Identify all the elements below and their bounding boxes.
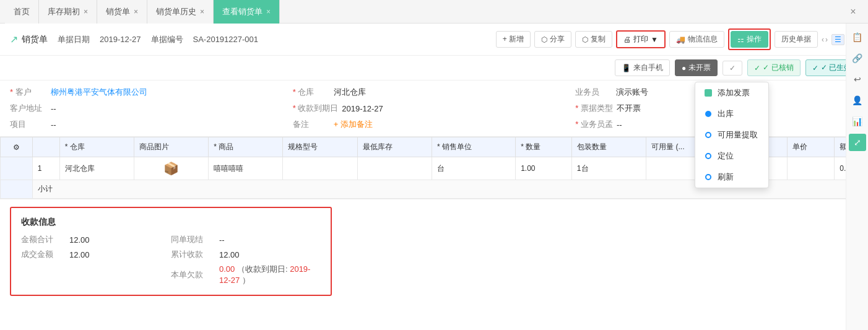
share-icon: ⬡ bbox=[541, 35, 547, 44]
toolbar-right: + 新增 ⬡ 分享 ⬡ 复制 🖨 打印 ▼ 🚚 物流信息 ⚏ 操作 bbox=[496, 28, 858, 50]
customer-label: 客户 bbox=[10, 87, 47, 98]
sidebar-icon-back[interactable]: ↩ bbox=[849, 71, 866, 88]
same-order-label: 同单现结 bbox=[171, 234, 214, 245]
verified-icon: ✓ bbox=[754, 64, 760, 72]
tab-sales-order[interactable]: 销货单 × bbox=[97, 0, 147, 24]
arrears-value: 0.00 （收款到期日: 2019-12-27 ） bbox=[219, 264, 321, 286]
dropdown-add-invoice[interactable]: 添加发票 bbox=[695, 82, 768, 103]
operations-dropdown: 添加发票 出库 可用量提取 定位 刷新 bbox=[695, 82, 769, 188]
sidebar-icon-chart[interactable]: 📊 bbox=[849, 113, 866, 130]
date-label: 单据日期 bbox=[58, 34, 90, 45]
next-arrow[interactable]: › bbox=[825, 35, 828, 44]
confirm-button[interactable]: ✓ bbox=[723, 61, 742, 76]
transaction-label: 成交金额 bbox=[21, 249, 64, 260]
ticket-label: 票据类型 bbox=[575, 103, 613, 114]
cumulative-value: 12.00 bbox=[219, 250, 240, 259]
dropdown-refresh[interactable]: 刷新 bbox=[695, 167, 768, 188]
staff-label: 业务员 bbox=[575, 87, 612, 98]
col-num bbox=[32, 137, 59, 157]
history-button[interactable]: 历史单据 bbox=[775, 31, 818, 48]
payment-date-label: 收款到期日 bbox=[293, 103, 339, 114]
dropdown-qty-extract[interactable]: 可用量提取 bbox=[695, 124, 768, 145]
address-value: -- bbox=[51, 104, 56, 113]
dropdown-outbound[interactable]: 出库 bbox=[695, 103, 768, 124]
note-row: 备注 + 添加备注 bbox=[293, 119, 576, 130]
same-order-row: 同单现结 -- bbox=[171, 234, 321, 245]
row-gear[interactable] bbox=[1, 157, 33, 180]
doc-type-icon: ↗ bbox=[10, 33, 18, 45]
effective-icon: ✓ bbox=[812, 64, 818, 72]
sidebar-icon-user[interactable]: 👤 bbox=[849, 92, 866, 109]
confirm-icon: ✓ bbox=[729, 64, 736, 72]
verified-button[interactable]: ✓ ✓ 已核销 bbox=[747, 59, 800, 76]
project-row: 项目 -- bbox=[10, 119, 293, 130]
tab-home[interactable]: 首页 bbox=[5, 0, 39, 24]
arrears-row: 本单欠款 0.00 （收款到期日: 2019-12-27 ） bbox=[171, 264, 321, 286]
new-button[interactable]: + 新增 bbox=[496, 31, 531, 48]
print-button[interactable]: 🖨 打印 ▼ bbox=[616, 30, 666, 48]
dropdown-locate[interactable]: 定位 bbox=[695, 145, 768, 167]
copy-button[interactable]: ⬡ 复制 bbox=[575, 31, 612, 48]
operations-button[interactable]: ⚏ 操作 bbox=[731, 31, 768, 48]
refresh-icon bbox=[705, 174, 711, 180]
col-spec: 规格型号 bbox=[283, 137, 357, 157]
tab-close-inventory[interactable]: × bbox=[84, 7, 88, 16]
row-unit-price bbox=[788, 157, 835, 180]
sidebar-icon-expand[interactable]: ⤢ bbox=[849, 134, 866, 151]
not-open-button[interactable]: ● 未开票 bbox=[675, 59, 718, 76]
customer-value[interactable]: 柳州粤港平安气体有限公司 bbox=[51, 87, 147, 98]
sidebar-icon-link[interactable]: 🔗 bbox=[849, 50, 866, 67]
number-label: 单据编号 bbox=[151, 34, 183, 45]
col-gear[interactable]: ⚙ bbox=[1, 137, 33, 157]
col-product-img: 商品图片 bbox=[134, 137, 208, 157]
logistics-button[interactable]: 🚚 物流信息 bbox=[669, 31, 724, 48]
total-value: 12.00 bbox=[69, 235, 90, 245]
share-button[interactable]: ⬡ 分享 bbox=[534, 31, 571, 48]
copy-icon: ⬡ bbox=[582, 35, 588, 44]
document-meta: 单据日期 2019-12-27 单据编号 SA-20191227-001 bbox=[58, 34, 258, 45]
document-title: ↗ 销货单 bbox=[10, 33, 48, 45]
prev-arrow[interactable]: ‹ bbox=[822, 35, 824, 44]
row-sales-unit: 台 bbox=[432, 157, 516, 180]
note-label: 备注 bbox=[293, 119, 330, 130]
logistics-icon: 🚚 bbox=[676, 35, 685, 44]
row-warehouse: 河北仓库 bbox=[59, 157, 134, 180]
tab-sales-history[interactable]: 销货单历史 × bbox=[147, 0, 214, 24]
tab-inventory-init[interactable]: 库存期初 × bbox=[39, 0, 97, 24]
ticket-value: 不开票 bbox=[617, 103, 641, 114]
col-unit-price: 单价 bbox=[788, 137, 835, 157]
transaction-value: 12.00 bbox=[69, 250, 90, 259]
payment-grid: 金额合计 12.00 同单现结 -- 成交金额 12.00 累计收款 12.00… bbox=[21, 234, 321, 286]
tab-view-sales[interactable]: 查看销货单 × bbox=[214, 0, 280, 24]
document-header: ↗ 销货单 单据日期 2019-12-27 单据编号 SA-20191227-0… bbox=[0, 24, 868, 56]
add-invoice-icon bbox=[705, 89, 712, 97]
project-label: 项目 bbox=[10, 119, 47, 130]
note-add-button[interactable]: + 添加备注 bbox=[334, 119, 373, 130]
qty-extract-icon bbox=[705, 132, 711, 138]
tab-close-sales[interactable]: × bbox=[134, 7, 138, 16]
row-spec bbox=[283, 157, 357, 180]
tab-bar: 首页 库存期初 × 销货单 × 销货单历史 × 查看销货单 × × bbox=[0, 0, 868, 24]
from-phone-button[interactable]: 📱 来自手机 bbox=[615, 59, 670, 76]
payment-date-value: 2019-12-27 bbox=[342, 104, 383, 113]
operations-icon: ⚏ bbox=[737, 35, 744, 44]
tab-close-history[interactable]: × bbox=[200, 7, 204, 16]
payment-title: 收款信息 bbox=[21, 217, 321, 228]
same-order-value: -- bbox=[219, 235, 225, 245]
number-value: SA-20191227-001 bbox=[193, 35, 259, 44]
list-view-btn[interactable]: ☰ bbox=[831, 34, 844, 45]
locate-icon bbox=[705, 153, 711, 159]
total-row: 金额合计 12.00 bbox=[21, 234, 171, 245]
tab-close-view[interactable]: × bbox=[266, 7, 271, 16]
warehouse-label: 仓库 bbox=[293, 87, 330, 98]
transaction-row: 成交金额 12.00 bbox=[21, 249, 171, 260]
window-close-button[interactable]: × bbox=[843, 0, 863, 24]
right-sidebar: 📋 🔗 ↩ 👤 📊 ⤢ bbox=[846, 24, 868, 330]
arrears-label: 本单欠款 bbox=[171, 269, 214, 280]
sidebar-icon-doc[interactable]: 📋 bbox=[849, 28, 866, 46]
sales-staff-label: 业务员孟 bbox=[575, 119, 613, 130]
subtotal-gear bbox=[1, 180, 33, 199]
col-product: * 商品 bbox=[209, 137, 283, 157]
row-qty: 1.00 bbox=[516, 157, 572, 180]
secondary-toolbar: 📱 来自手机 ● 未开票 ✓ ✓ ✓ 已核销 ✓ ✓ 已生效 bbox=[0, 56, 868, 80]
